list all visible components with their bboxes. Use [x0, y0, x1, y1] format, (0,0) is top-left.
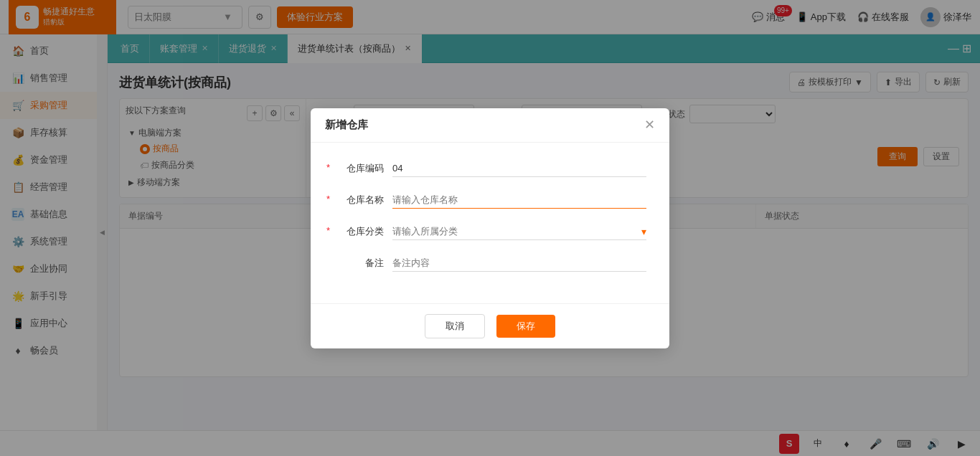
- category-label: 仓库分类: [334, 225, 384, 238]
- form-row-code: 仓库编码: [334, 160, 646, 177]
- modal-overlay: 新增仓库 ✕ 仓库编码 仓库名称 仓库分类: [0, 0, 980, 456]
- name-label: 仓库名称: [334, 194, 384, 206]
- modal-body: 仓库编码 仓库名称 仓库分类 ▾ 备注: [311, 143, 669, 303]
- cancel-button[interactable]: 取消: [425, 314, 485, 338]
- form-row-category: 仓库分类 ▾: [334, 223, 646, 240]
- modal-footer: 取消 保存: [311, 303, 669, 348]
- code-label: 仓库编码: [334, 162, 384, 175]
- category-input[interactable]: [392, 223, 646, 240]
- add-warehouse-modal: 新增仓库 ✕ 仓库编码 仓库名称 仓库分类: [311, 108, 669, 348]
- name-input[interactable]: [392, 191, 646, 209]
- save-button[interactable]: 保存: [496, 315, 555, 338]
- modal-close-button[interactable]: ✕: [644, 118, 655, 131]
- form-row-remark: 备注: [334, 255, 646, 272]
- modal-header: 新增仓库 ✕: [311, 108, 669, 143]
- code-input[interactable]: [392, 160, 646, 177]
- modal-title: 新增仓库: [325, 118, 368, 132]
- category-select-wrapper: ▾: [392, 223, 646, 240]
- remark-label: 备注: [334, 257, 384, 270]
- form-row-name: 仓库名称: [334, 191, 646, 209]
- remark-input[interactable]: [392, 255, 646, 272]
